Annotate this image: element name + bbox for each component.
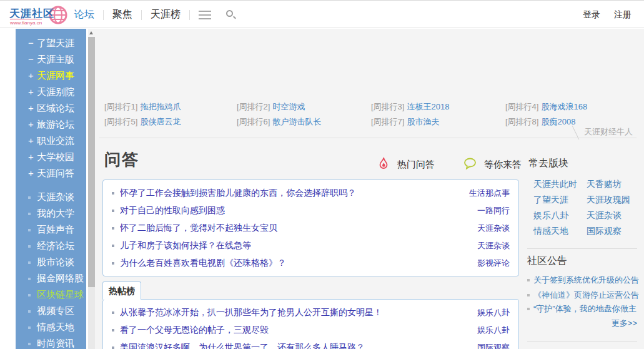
board-link-tianxiang-dufang[interactable]: 天香赌坊 <box>587 179 622 190</box>
sidebar-group-divider <box>16 181 86 189</box>
sidebar-item-travel-forum[interactable]: +旅游论坛 <box>16 116 86 133</box>
sidebar-item-video-zone[interactable]: 视频专区 <box>16 303 86 319</box>
bullet-icon <box>112 227 114 230</box>
qa-section-title: 问答 <box>104 149 139 171</box>
scrollbar-thumb[interactable] <box>88 37 95 287</box>
sidebar-item-fashion-news[interactable]: 时尚资讯 <box>16 335 86 349</box>
bullet-icon <box>112 210 114 212</box>
board-link[interactable]: 天涯杂谈 <box>470 223 510 234</box>
rank-item-6[interactable]: [周排行6]散户游击队长 <box>237 116 371 128</box>
sidebar-item-emotion-world[interactable]: 情感天地 <box>16 319 86 335</box>
sidebar-item-campus[interactable]: +大学校园 <box>16 149 86 165</box>
search-icon[interactable] <box>226 10 236 20</box>
hot-post-item[interactable]: 美国流浪汉好多啊，为什么世界第一了，还有那么多人睡马路？国际观察 <box>112 339 510 349</box>
section-divider <box>99 138 637 138</box>
rank-item-3[interactable]: [周排行3]连板王2018 <box>371 101 505 113</box>
board-link[interactable]: 天涯杂谈 <box>470 240 510 251</box>
board-link[interactable]: 娱乐八卦 <box>470 325 510 336</box>
sidebar-item-liaowang-tianya[interactable]: −了望天涯 <box>16 35 86 51</box>
rank-item-5[interactable]: [周排行5]股侠唐云龙 <box>104 116 237 128</box>
board-link-entertainment-gossip[interactable]: 娱乐八卦 <box>533 210 568 221</box>
qa-item[interactable]: 为什么老百姓喜欢看电视剧《还珠格格》？影视评论 <box>112 255 510 272</box>
auth-links: 登录 注册 <box>583 1 632 29</box>
board-link[interactable]: 生活那点事 <box>462 188 510 199</box>
right-column-divider <box>527 341 637 342</box>
qa-item[interactable]: 对于自己的性取向感到困惑一路同行 <box>112 202 510 220</box>
nav-tianya-rank[interactable]: 天涯榜 <box>142 8 189 21</box>
nav-forum[interactable]: 论坛 <box>66 8 103 21</box>
nav-focus[interactable]: 聚焦 <box>104 8 141 21</box>
sidebar-item-tianya-wangshi[interactable]: +天涯网事 <box>16 68 86 84</box>
board-link-tianya-gongcishi[interactable]: 天涯共此时 <box>533 179 577 190</box>
qa-item[interactable]: 怀了二胎后悔了，觉得对不起独生女宝贝天涯杂谈 <box>112 220 510 237</box>
nav-divider <box>189 10 190 20</box>
sidebar-item-economy-forum[interactable]: 经济论坛 <box>16 238 86 254</box>
notice-item[interactable]: 关于签到系统优化升级的公告 <box>527 275 640 285</box>
waiting-qa-filter[interactable]: 等你来答 <box>484 159 522 171</box>
bullet-icon <box>112 192 114 195</box>
sidebar-item-tianya-bieyuan[interactable]: +天涯别院 <box>16 84 86 100</box>
board-link[interactable]: 娱乐八卦 <box>470 307 510 318</box>
board-link-liaowang-tianya[interactable]: 了望天涯 <box>533 195 568 206</box>
flame-icon <box>377 156 390 173</box>
sidebar-item-tianya-qa[interactable]: +天涯问答 <box>16 165 86 181</box>
qa-item[interactable]: 怀孕了工作会接触到损害胎儿健康的东西，你会选择辞职吗？生活那点事 <box>112 185 510 202</box>
bullet-icon <box>527 279 530 281</box>
notice-item[interactable]: “守护”体验，我的地盘你做主 <box>527 304 640 314</box>
rank-item-2[interactable]: [周排行2]时空游戏 <box>237 101 371 113</box>
rank-item-1[interactable]: [周排行1]拖把拖鸡爪 <box>104 101 237 113</box>
frequent-boards-title: 常去版块 <box>528 157 568 170</box>
qa-filter: 热门问答 等你来答 <box>377 156 522 173</box>
bullet-icon <box>112 311 114 314</box>
topbar: 天涯社区 www.tianya.cn 论坛 聚焦 天涯榜 登录 注册 <box>0 0 644 28</box>
sidebar-item-career-exchange[interactable]: +职业交流 <box>16 133 86 149</box>
hot-posts-tab[interactable]: 热帖榜 <box>102 281 141 300</box>
page: 天涯社区 www.tianya.cn 论坛 聚焦 天涯榜 登录 注册 −了望天涯… <box>0 0 644 349</box>
main-nav: 论坛 聚焦 天涯榜 <box>66 1 242 29</box>
board-link-tianya-rose-garden[interactable]: 天涯玫瑰园 <box>587 195 630 206</box>
qa-list-panel: 怀孕了工作会接触到损害胎儿健康的东西，你会选择辞职吗？生活那点事 对于自己的性取… <box>102 180 519 276</box>
sidebar-item-stock-talk[interactable]: 股市论谈 <box>16 254 86 270</box>
board-link[interactable]: 影视评论 <box>470 258 510 269</box>
hot-qa-filter[interactable]: 热门问答 <box>397 159 435 171</box>
qa-item[interactable]: 儿子和房子该如何抉择？在线急等天涯杂谈 <box>112 237 510 255</box>
sidebar-item-blockchain-planet[interactable]: 区块链星球 <box>16 286 86 303</box>
sidebar-item-voice-of-people[interactable]: 百姓声音 <box>16 221 86 238</box>
board-link-tianya-zatan[interactable]: 天涯杂谈 <box>587 210 622 221</box>
scrollbar-up-arrow[interactable] <box>88 29 95 37</box>
sidebar-item-tianya-main[interactable]: −天涯主版 <box>16 51 86 68</box>
weekly-rankings: [周排行1]拖把拖鸡爪 [周排行2]时空游戏 [周排行3]连板王2018 [周排… <box>104 101 639 128</box>
hamburger-menu-icon[interactable] <box>199 11 211 19</box>
board-link-international-observation[interactable]: 国际观察 <box>587 226 622 237</box>
bullet-icon <box>112 346 114 349</box>
speech-bubble-icon <box>463 158 477 172</box>
board-link[interactable]: 国际观察 <box>470 342 510 349</box>
sidebar-item-tianya-zatan[interactable]: 天涯杂谈 <box>16 189 86 205</box>
sidebar-item-regional-forum[interactable]: +区域论坛 <box>16 100 86 116</box>
board-link-emotion-world[interactable]: 情感天地 <box>533 226 568 237</box>
login-link[interactable]: 登录 <box>583 9 600 21</box>
right-column-divider <box>527 248 637 249</box>
board-link[interactable]: 一路同行 <box>470 205 510 216</box>
sidebar: −了望天涯 −天涯主版 +天涯网事 +天涯别院 +区域论坛 +旅游论坛 +职业交… <box>16 29 86 349</box>
bullet-icon <box>527 294 530 296</box>
hot-posts-panel: 从张馨予范冰冰开始，扒一扒那些年为了抢男人公开互撕的女明星！娱乐八卦 看了一个父… <box>102 299 519 349</box>
sidebar-item-gold-internet-stock[interactable]: 掘金网络股 <box>16 270 86 286</box>
bullet-icon <box>112 245 114 247</box>
hot-post-item[interactable]: 看了一个父母无恩论的帖子，三观尽毁娱乐八卦 <box>112 321 510 339</box>
hot-post-item[interactable]: 从张馨予范冰冰开始，扒一扒那些年为了抢男人公开互撕的女明星！娱乐八卦 <box>112 304 510 321</box>
sidebar-scrollbar[interactable] <box>88 29 95 349</box>
notice-item[interactable]: 《神仙道》页游停止运营公告 <box>527 290 640 300</box>
notice-more-link[interactable]: 更多>> <box>527 318 637 329</box>
sidebar-item-my-university[interactable]: 我的大学 <box>16 205 86 221</box>
rank-item-7[interactable]: [周排行7]股市渔夫 <box>371 116 505 128</box>
main-content: [周排行1]拖把拖鸡爪 [周排行2]时空游戏 [周排行3]连板王2018 [周排… <box>95 29 644 349</box>
bullet-icon <box>112 262 114 265</box>
bullet-icon <box>112 329 114 331</box>
register-link[interactable]: 注册 <box>614 9 632 21</box>
community-notice-title: 社区公告 <box>527 255 567 268</box>
site-logo[interactable]: 天涯社区 www.tianya.cn <box>9 5 67 25</box>
logo-subtitle: www.tianya.cn <box>10 19 42 26</box>
rank-item-4[interactable]: [周排行4]股海戏浪168 <box>505 101 639 113</box>
bullet-icon <box>527 308 530 310</box>
